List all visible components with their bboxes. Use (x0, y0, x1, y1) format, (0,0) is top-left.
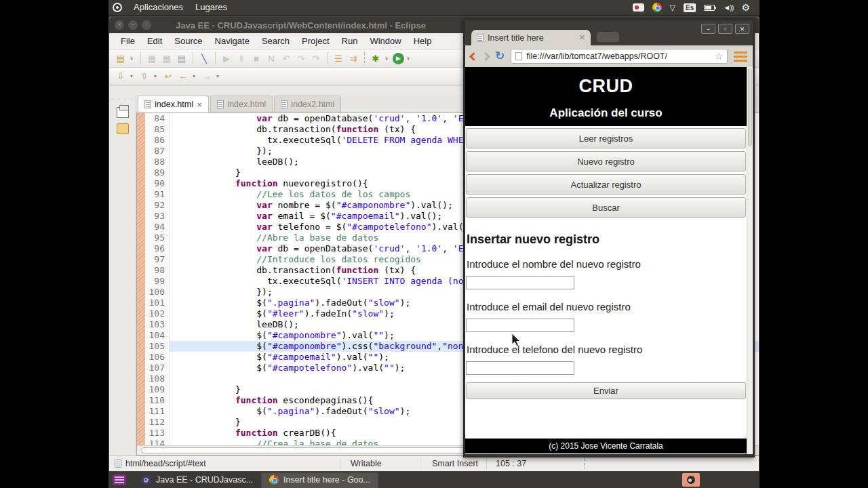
eclipse-close-button[interactable]: ✕ (115, 20, 124, 30)
last-edit-location-icon[interactable]: ↩ (161, 70, 175, 83)
step-into-icon: ↶ (279, 52, 293, 64)
annotation-ruler (137, 298, 145, 308)
tab-close-icon[interactable]: ✕ (197, 101, 202, 108)
status-cursor-position: 105 : 37 (496, 459, 526, 468)
editor-tab-index.html[interactable]: index.html✕ (138, 96, 209, 113)
browser-menu-icon[interactable] (734, 52, 747, 62)
browser-minimize-button[interactable]: − (701, 24, 715, 34)
system-tray: ▽ Es ◄)) ⚙ (633, 2, 760, 13)
page-scrollbar[interactable] (747, 67, 753, 454)
run-icon[interactable]: ▶ (393, 53, 404, 64)
battery-icon[interactable] (704, 5, 715, 11)
crud-button-leer-registros[interactable]: Leer registros (466, 128, 746, 148)
show-source-icon[interactable]: ⇉ (347, 52, 360, 64)
keyboard-layout-indicator[interactable]: Es (684, 3, 696, 12)
palette-view-icon[interactable] (117, 123, 129, 134)
volume-icon[interactable]: ◄)) (723, 3, 733, 12)
taskbar-item-eclipse[interactable]: ⚙Java EE - CRUDJavasc... (133, 472, 261, 488)
window-list-icon[interactable] (113, 474, 126, 485)
print-icon[interactable]: ▤ (175, 52, 189, 64)
annotation-ruler (137, 373, 145, 384)
places-menu[interactable]: Lugares (189, 0, 233, 15)
line-number: 89 (145, 167, 170, 178)
back-icon[interactable]: ← (176, 70, 190, 83)
session-gear-icon[interactable]: ⚙ (741, 2, 750, 13)
line-number: 98 (145, 265, 170, 276)
eclipse-minimize-button[interactable]: − (128, 20, 138, 30)
recorder-task-icon[interactable] (682, 473, 700, 487)
next-annotation-icon[interactable]: ⇩ (114, 70, 127, 83)
editor-tab-index.html[interactable]: index.html (210, 96, 273, 113)
toolbar-separator (215, 52, 216, 64)
annotation-ruler (137, 363, 145, 373)
field-input-2[interactable] (466, 361, 574, 375)
annotation-ruler (137, 146, 145, 157)
menu-project[interactable]: Project (296, 36, 335, 46)
menu-run[interactable]: Run (336, 36, 364, 46)
crud-button-actualizar-registro[interactable]: Actualizar registro (466, 174, 746, 195)
bookmark-star-icon[interactable]: ☆ (714, 51, 723, 62)
line-number: 91 (145, 189, 170, 200)
eclipse-statusbar: html/head/script/#text Writable Smart In… (109, 455, 759, 471)
crud-button-buscar[interactable]: Buscar (466, 197, 746, 218)
browser-toolbar: ↻ file:///var/lib/tomcat7/webapps/ROOT/ … (465, 45, 753, 67)
annotation-ruler (137, 428, 145, 439)
tab-close-icon[interactable]: ✕ (579, 33, 585, 42)
skip-breakpoints-icon[interactable]: ╲ (197, 52, 211, 64)
debug-icon[interactable]: ✱ (369, 52, 382, 64)
back-button[interactable] (469, 52, 478, 61)
url-text[interactable]: file:///var/lib/tomcat7/webapps/ROOT/ (526, 52, 710, 61)
chrome-indicator-icon[interactable] (652, 3, 662, 12)
menu-source[interactable]: Source (168, 36, 208, 46)
run-dropdown[interactable]: ▾ (405, 56, 412, 62)
mark-occurrences-icon[interactable]: ☰ (332, 52, 345, 64)
new-tab-button[interactable] (597, 32, 619, 42)
eclipse-maximize-button[interactable]: ▫ (142, 20, 151, 30)
next-annotation-dropdown[interactable]: ▾ (128, 73, 135, 79)
debug-dropdown[interactable]: ▾ (383, 56, 390, 62)
minibar-handle[interactable]: · · · · (109, 96, 136, 102)
menu-window[interactable]: Window (363, 36, 407, 46)
applications-menu[interactable]: Aplicaciones (127, 0, 189, 15)
toolbar-separator (364, 52, 365, 64)
restore-view-icon[interactable] (117, 107, 129, 118)
editor-tab-index2.html[interactable]: index2.html (274, 96, 341, 113)
status-writable: Writable (351, 459, 382, 468)
previous-annotation-icon[interactable]: ⇧ (138, 70, 151, 83)
line-number: 105 (145, 341, 170, 352)
field-input-1[interactable] (466, 319, 574, 332)
menu-help[interactable]: Help (408, 36, 438, 46)
reload-button[interactable]: ↻ (495, 51, 505, 62)
status-doc-icon (115, 460, 121, 468)
annotation-ruler (137, 265, 145, 276)
browser-tab[interactable]: Insert title here ✕ (471, 30, 591, 45)
address-bar[interactable]: file:///var/lib/tomcat7/webapps/ROOT/ ☆ (511, 49, 728, 64)
field-input-0[interactable] (466, 276, 574, 289)
field-label-2: Introduce el telefono del nuevo registro (467, 344, 747, 355)
browser-maximize-button[interactable]: ▫ (718, 24, 732, 34)
tab-favicon (477, 34, 484, 42)
previous-annotation-dropdown[interactable]: ▾ (152, 73, 159, 79)
network-icon[interactable]: ▽ (670, 3, 675, 12)
taskbar-item-chrome[interactable]: Insert title here - Goo... (261, 472, 378, 488)
ubuntu-logo-icon[interactable] (113, 3, 122, 12)
back-dropdown[interactable]: ▾ (191, 73, 197, 79)
annotation-ruler (137, 417, 145, 428)
menu-search[interactable]: Search (256, 36, 296, 46)
line-number: 111 (145, 406, 170, 417)
menu-edit[interactable]: Edit (141, 36, 168, 46)
page-footer: (c) 2015 Jose Vicente Carratala (465, 439, 747, 453)
screen-recorder-icon[interactable] (633, 3, 644, 12)
browser-titlebar[interactable]: − ▫ ✕ Insert title here ✕ (465, 20, 753, 45)
menu-navigate[interactable]: Navigate (209, 36, 256, 46)
browser-close-button[interactable]: ✕ (735, 24, 749, 34)
annotation-ruler (137, 287, 145, 298)
annotation-ruler (137, 189, 145, 200)
new-wizard-icon[interactable]: ▤ (114, 52, 127, 64)
crud-button-nuevo-registro[interactable]: Nuevo registro (466, 151, 746, 171)
enviar-button[interactable]: Enviar (466, 382, 746, 399)
forward-button[interactable] (481, 52, 490, 61)
editor-tab-label: index.html (155, 100, 193, 109)
new-wizard-dropdown[interactable]: ▾ (128, 56, 135, 62)
menu-file[interactable]: File (115, 36, 141, 46)
